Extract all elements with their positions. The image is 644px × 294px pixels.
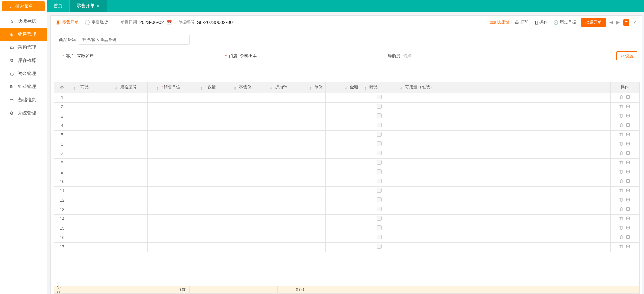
cell-uprice[interactable] (290, 158, 326, 168)
cell-gift[interactable] (361, 177, 397, 186)
cell-qty[interactable] (183, 140, 219, 149)
delete-row-icon[interactable] (619, 197, 624, 202)
cell-retail[interactable] (219, 158, 254, 168)
cell-spec[interactable] (112, 130, 147, 140)
cell-retail[interactable] (219, 177, 254, 186)
cell-spec[interactable] (112, 102, 147, 112)
table-row[interactable]: 13 (54, 205, 639, 214)
cell-spec[interactable] (112, 112, 147, 121)
table-row[interactable]: 5 (54, 130, 639, 140)
sidebar-item-采购管理[interactable]: 🗂采购管理 (0, 41, 47, 54)
cell-spec[interactable] (112, 177, 147, 186)
add-row-icon[interactable] (626, 169, 631, 174)
cell-discount[interactable] (254, 130, 290, 140)
delete-row-icon[interactable] (619, 132, 624, 137)
delete-row-icon[interactable] (619, 179, 624, 183)
cell-qty[interactable] (183, 233, 219, 242)
col-settings[interactable]: ⚙ (54, 82, 70, 93)
table-row[interactable]: 10 (54, 177, 639, 186)
cell-gift[interactable] (361, 158, 397, 168)
checkbox-icon[interactable] (377, 235, 382, 239)
cell-gift[interactable] (361, 233, 397, 242)
tab-首页[interactable]: 首页 (47, 0, 70, 12)
delete-row-icon[interactable] (619, 216, 624, 221)
checkbox-icon[interactable] (377, 123, 382, 127)
add-row-icon[interactable] (626, 188, 631, 193)
checkbox-icon[interactable] (377, 160, 382, 165)
col-stock[interactable]: ▲▼ 可用量（包装） (397, 82, 611, 93)
cell-spec[interactable] (112, 93, 147, 102)
more-icon[interactable]: ··· (512, 54, 517, 58)
col-retail-price[interactable]: ▲▼ 零售价 (219, 82, 254, 93)
sidebar-item-快捷导航[interactable]: ⌂快捷导航 (0, 15, 47, 28)
cell-amount[interactable] (326, 130, 361, 140)
cell-stock[interactable] (397, 224, 611, 233)
cell-uprice[interactable] (290, 149, 326, 158)
cell-discount[interactable] (254, 93, 290, 102)
cell-uprice[interactable] (290, 93, 326, 102)
sidebar-item-库存核算[interactable]: ⧉库存核算 (0, 54, 47, 67)
add-row-icon[interactable] (626, 244, 631, 249)
cell-uprice[interactable] (290, 214, 326, 224)
table-row[interactable]: 17 (54, 242, 639, 252)
sidebar-item-系统管理[interactable]: ⚙系统管理 (0, 106, 47, 120)
cell-amount[interactable] (326, 158, 361, 168)
cell-unit[interactable] (147, 168, 183, 177)
cell-retail[interactable] (219, 121, 254, 130)
close-icon[interactable]: ✕ (97, 4, 100, 8)
cell-product[interactable] (70, 233, 112, 242)
cell-amount[interactable] (326, 214, 361, 224)
cell-gift[interactable] (361, 205, 397, 214)
tool-shortcut[interactable]: ⌨ 快捷键 (490, 19, 509, 25)
cell-retail[interactable] (219, 93, 254, 102)
table-row[interactable]: 11 (54, 186, 639, 196)
checkbox-icon[interactable] (377, 197, 382, 202)
settings-button[interactable]: ⚙ 设置 (616, 51, 637, 60)
customer-input[interactable]: 零散客户 ··· (77, 51, 208, 60)
cell-uprice[interactable] (290, 140, 326, 149)
table-row[interactable]: 14 (54, 214, 639, 224)
cell-discount[interactable] (254, 242, 290, 252)
cell-qty[interactable] (183, 196, 219, 205)
cell-spec[interactable] (112, 205, 147, 214)
cell-retail[interactable] (219, 224, 254, 233)
cell-amount[interactable] (326, 196, 361, 205)
table-row[interactable]: 7 (54, 149, 639, 158)
cell-unit[interactable] (147, 102, 183, 112)
delete-row-icon[interactable] (619, 95, 624, 99)
cell-amount[interactable] (326, 121, 361, 130)
add-row-icon[interactable] (626, 179, 631, 183)
cell-gift[interactable] (361, 130, 397, 140)
table-row[interactable]: 3 (54, 112, 639, 121)
cell-product[interactable] (70, 93, 112, 102)
cell-amount[interactable] (326, 93, 361, 102)
cell-stock[interactable] (397, 112, 611, 121)
col-product[interactable]: ▲▼ *商品 (70, 82, 112, 93)
cell-discount[interactable] (254, 102, 290, 112)
delete-row-icon[interactable] (619, 104, 624, 109)
cell-product[interactable] (70, 149, 112, 158)
cell-amount[interactable] (326, 177, 361, 186)
table-row[interactable]: 8 (54, 158, 639, 168)
cell-stock[interactable] (397, 242, 611, 252)
cell-amount[interactable] (326, 233, 361, 242)
cell-retail[interactable] (219, 149, 254, 158)
cell-unit[interactable] (147, 112, 183, 121)
cell-gift[interactable] (361, 112, 397, 121)
cell-retail[interactable] (219, 233, 254, 242)
cell-discount[interactable] (254, 121, 290, 130)
sidebar-item-经营管理[interactable]: 🗎经营管理 (0, 80, 47, 93)
table-row[interactable]: 6 (54, 140, 639, 149)
cell-gift[interactable] (361, 242, 397, 252)
add-row-icon[interactable] (626, 160, 631, 165)
sidebar-item-基础信息[interactable]: ▭基础信息 (0, 93, 47, 106)
cell-gift[interactable] (361, 149, 397, 158)
tool-action[interactable]: ◧ 操作 (534, 19, 548, 25)
checkbox-icon[interactable] (377, 179, 382, 183)
add-row-icon[interactable] (626, 207, 631, 211)
cell-discount[interactable] (254, 233, 290, 242)
cell-qty[interactable] (183, 121, 219, 130)
cell-qty[interactable] (183, 130, 219, 140)
radio-retail-sale[interactable]: 零售开单 (56, 19, 79, 25)
sidebar-item-销售管理[interactable]: ◈销售管理 (0, 28, 47, 41)
